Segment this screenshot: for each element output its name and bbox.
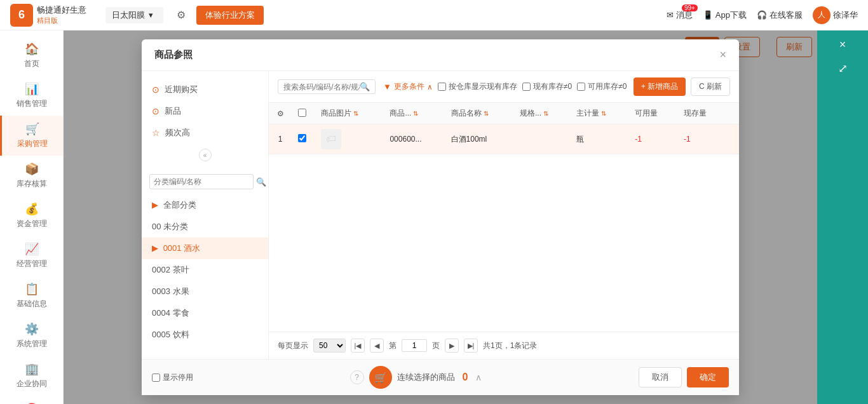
more-filters-button[interactable]: ▼ 更多条件 ∧ [383, 81, 433, 92]
available-stock-checkbox[interactable] [577, 83, 585, 91]
basic-info-icon: 📋 [25, 282, 39, 296]
panel-expand-icon[interactable]: ⤢ [838, 62, 848, 76]
scrollbar-cell [726, 125, 739, 154]
row-checkbox[interactable] [298, 134, 306, 142]
next-page-button[interactable]: ▶ [445, 339, 459, 353]
user-menu[interactable]: 人 徐泽华 [813, 6, 858, 24]
show-disabled-checkbox[interactable] [152, 374, 160, 382]
sidebar-item-inventory[interactable]: 📦 库存核算 [0, 156, 63, 196]
row-checkbox-cell[interactable] [292, 125, 315, 154]
current-stock-checkbox-label[interactable]: 现有库存≠0 [522, 81, 572, 92]
modal-title: 商品参照 [154, 49, 193, 61]
sidebar-item-purchase[interactable]: 🛒 采购管理 [0, 116, 63, 156]
sidebar-item-home[interactable]: 🏠 首页 [0, 36, 63, 76]
available-stock-checkbox-label[interactable]: 可用库存≠0 [577, 81, 627, 92]
row-index: 1 [269, 125, 292, 154]
modal-footer: 显示停用 ? 🛒 连续选择的商品 0 ∧ 取消 确定 [142, 359, 739, 395]
logo-tagline2: 精目版 [37, 16, 86, 25]
category-item-0003[interactable]: 0003 水果 [142, 281, 268, 302]
frequent-item[interactable]: ☆ 频次高 [142, 122, 268, 144]
product-search-box[interactable]: 🔍 [278, 79, 376, 94]
warehouse-stock-checkbox[interactable] [438, 83, 446, 91]
cancel-button[interactable]: 取消 [639, 367, 682, 387]
messages-btn[interactable]: ✉ 消息 99+ [667, 10, 693, 21]
close-icon[interactable]: × [719, 48, 726, 62]
message-icon: ✉ [667, 10, 674, 20]
table-settings-icon[interactable]: ⚙ [275, 109, 285, 118]
sidebar-item-finance[interactable]: 💰 资金管理 [0, 196, 63, 236]
cart-icon[interactable]: 🛒 [369, 366, 392, 389]
settings-icon[interactable]: ⚙ [171, 5, 191, 25]
sidebar-item-sales[interactable]: 📊 销售管理 [0, 76, 63, 116]
warehouse-stock-checkbox-label[interactable]: 按仓库显示现有库存 [438, 81, 517, 92]
toolbar-right: + 新增商品 C 刷新 [634, 77, 730, 96]
sort-icon3[interactable]: ⇅ [484, 110, 489, 117]
sort-icon2[interactable]: ⇅ [413, 110, 418, 117]
refresh-table-button[interactable]: C 刷新 [691, 77, 730, 96]
category-item-0001[interactable]: ▶ 0001 酒水 [142, 238, 268, 259]
category-search-icon[interactable]: 🔍 [256, 177, 266, 187]
row-unit-cell: 瓶 [570, 125, 628, 154]
add-product-button[interactable]: + 新增商品 [634, 77, 686, 96]
current-stock-checkbox[interactable] [522, 83, 531, 91]
new-product-item[interactable]: ⊙ 新品 [142, 100, 268, 122]
sort-icon4[interactable]: ⇅ [543, 110, 548, 117]
category-item-0002[interactable]: 0002 茶叶 [142, 259, 268, 281]
table-row[interactable]: 1 🏷 000600... 白酒100ml 瓶 [269, 125, 739, 154]
sidebar-item-system[interactable]: ⚙️ 系统管理 [0, 316, 63, 356]
select-all-checkbox[interactable] [298, 109, 306, 117]
select-all-header[interactable] [292, 103, 315, 125]
modal-overlay: 商品参照 × ⊙ 近期购买 ⊙ 新品 [64, 30, 817, 404]
help-icon[interactable]: ? [350, 370, 364, 384]
selected-count: 0 [463, 372, 468, 383]
filter-icon: ▼ [383, 82, 391, 91]
product-search-input[interactable] [283, 83, 360, 91]
confirm-button[interactable]: 确定 [687, 367, 729, 387]
app-download-btn[interactable]: 📱 App下载 [703, 10, 747, 21]
topbar-right: ✉ 消息 99+ 📱 App下载 🎧 在线客服 人 徐泽华 [667, 6, 858, 24]
row-name-cell: 白酒100ml [445, 125, 513, 154]
panel-close-icon[interactable]: × [839, 38, 846, 51]
sidebar-item-operations[interactable]: 📈 经营管理 [0, 236, 63, 276]
category-search-input[interactable] [149, 174, 254, 189]
show-disabled-label[interactable]: 显示停用 [152, 372, 193, 383]
category-item-00[interactable]: 00 未分类 [142, 216, 268, 238]
search-icon[interactable]: 🔍 [360, 82, 370, 91]
active-triangle-icon: ▶ [152, 243, 158, 253]
sidebar-item-enterprise[interactable]: 🏢 企业协同 [0, 356, 63, 396]
last-page-button[interactable]: ▶| [464, 339, 478, 353]
category-item-0008[interactable]: 0008 水 [142, 346, 268, 351]
first-page-button[interactable]: |◀ [351, 339, 365, 353]
trial-button[interactable]: 体验行业方案 [196, 6, 264, 25]
page-number-input[interactable] [402, 339, 427, 352]
system-icon: ⚙️ [25, 322, 39, 336]
online-service-btn[interactable]: 🎧 在线客服 [757, 10, 803, 21]
sidebar-item-guide[interactable]: 🎯 新手引导 [0, 396, 63, 404]
chevron-down-icon: ▾ [149, 10, 153, 20]
category-item-0005[interactable]: 0005 饮料 [142, 324, 268, 346]
prev-page-button[interactable]: ◀ [370, 339, 384, 353]
col-image: 商品图片⇅ [315, 103, 383, 125]
category-item-0004[interactable]: 0004 零食 [142, 302, 268, 324]
modal-toolbar: 🔍 ▼ 更多条件 ∧ 按仓库显示现有库存 [269, 71, 739, 103]
footer-left: 显示停用 [152, 372, 193, 383]
all-category-item[interactable]: ▶ 全部分类 [142, 194, 268, 216]
company-selector[interactable]: 日太阳膜 ▾ [105, 7, 163, 24]
recent-purchase-item[interactable]: ⊙ 近期购买 [142, 79, 268, 100]
col-name: 商品名称⇅ [445, 103, 513, 125]
logo: 6 畅捷通好生意 精目版 [10, 4, 86, 27]
category-search-row: 🔍 [142, 169, 268, 194]
sort-icon5[interactable]: ⇅ [601, 110, 606, 117]
new-icon: ⊙ [152, 106, 159, 116]
scrollbar-spacer [726, 103, 739, 125]
pagination: 每页显示 50 100 |◀ ◀ 第 页 ▶ ▶| [269, 332, 739, 359]
collapse-arrow-icon[interactable]: ∧ [475, 372, 482, 382]
sidebar-item-basic-info[interactable]: 📋 基础信息 [0, 276, 63, 316]
category-list: ▶ 全部分类 00 未分类 ▶ 0001 酒水 0002 茶 [142, 194, 268, 351]
sort-icon[interactable]: ⇅ [353, 110, 358, 117]
per-page-select[interactable]: 50 100 [313, 339, 346, 353]
collapse-left-button[interactable]: « [199, 149, 212, 161]
headset-icon: 🎧 [757, 10, 767, 20]
row-stock-cell: -1 [677, 125, 726, 154]
total-records-label: 共1页，1条记录 [483, 340, 537, 351]
